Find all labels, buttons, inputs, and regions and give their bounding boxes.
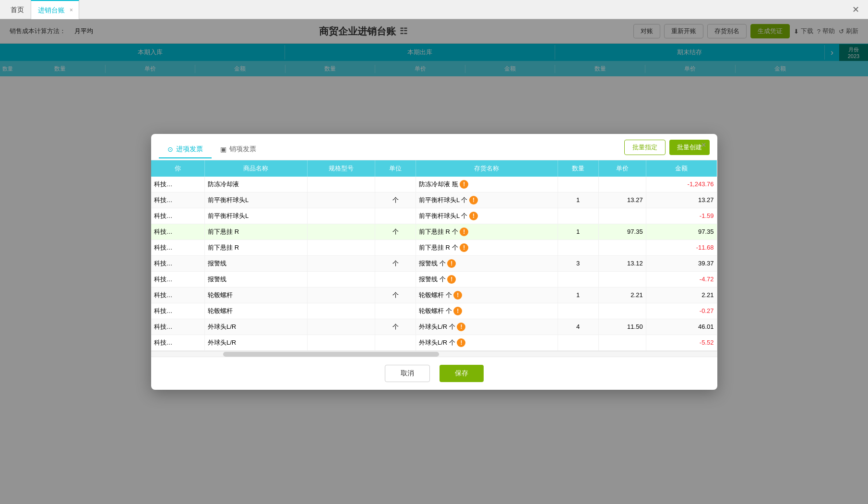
cell-product: 外球头L/R (205, 319, 308, 335)
save-button[interactable]: 保存 (440, 365, 484, 382)
cell-inventory: 轮毂螺杆 个 ! (416, 303, 558, 319)
cell-spec (307, 335, 375, 350)
table-row: 科技… 轮毂螺杆 个 轮毂螺杆 个 ! 1 2.21 2.21 (151, 287, 717, 303)
cell-qty: 1 (558, 192, 598, 208)
warning-icon[interactable]: ! (460, 180, 468, 189)
cell-company: 科技… (151, 303, 205, 319)
cell-qty: 4 (558, 319, 598, 335)
cell-product: 报警线 (205, 271, 308, 287)
tab-sales-invoice[interactable]: ▣ 销项发票 (212, 141, 265, 158)
cell-qty: 1 (558, 224, 598, 240)
cell-inventory: 前平衡杆球头L 个 ! (416, 208, 558, 224)
cell-unit-price (598, 335, 646, 350)
modal-table-wrapper[interactable]: 你 商品名称 规格型号 单位 存货名称 数量 单价 金额 科技… 防冻冷却液 (151, 160, 717, 351)
cell-spec (307, 319, 375, 335)
cell-unit-price: 13.12 (598, 255, 646, 271)
warning-icon[interactable]: ! (447, 259, 456, 268)
warning-icon[interactable]: ! (457, 338, 465, 347)
cell-qty: 1 (558, 287, 598, 303)
cell-qty (558, 303, 598, 319)
cell-inventory: 前下悬挂 R 个 ! (416, 224, 558, 240)
warning-icon[interactable]: ! (469, 196, 478, 204)
warning-icon[interactable]: ! (453, 291, 462, 300)
cell-amount: 39.37 (646, 255, 717, 271)
cell-amount: -11.68 (646, 240, 717, 255)
tab-active[interactable]: 进销台账 × (31, 0, 79, 19)
cell-qty: 3 (558, 255, 598, 271)
cell-qty (558, 177, 598, 192)
cell-company: 科技… (151, 271, 205, 287)
modal-footer: 取消 保存 (151, 357, 717, 390)
cell-company: 科技… (151, 287, 205, 303)
cell-spec (307, 240, 375, 255)
warning-icon[interactable]: ! (469, 212, 478, 220)
cell-unit: 个 (375, 255, 416, 271)
cell-unit (375, 335, 416, 350)
cell-spec (307, 255, 375, 271)
cell-amount: -0.27 (646, 303, 717, 319)
cell-unit-price: 97.35 (598, 224, 646, 240)
cell-product: 轮毂螺杆 (205, 303, 308, 319)
table-row: 科技… 轮毂螺杆 轮毂螺杆 个 ! -0.27 (151, 303, 717, 319)
warning-icon[interactable]: ! (453, 307, 462, 315)
tab-close-icon[interactable]: × (70, 0, 73, 20)
warning-icon[interactable]: ! (460, 243, 468, 252)
cancel-button[interactable]: 取消 (385, 365, 430, 382)
cell-qty (558, 271, 598, 287)
table-scrollbar[interactable] (151, 351, 717, 357)
table-header-row: 你 商品名称 规格型号 单位 存货名称 数量 单价 金额 (151, 160, 717, 177)
cell-inventory: 报警线 个 ! (416, 271, 558, 287)
table-row: 科技… 报警线 报警线 个 ! -4.72 (151, 271, 717, 287)
table-row: 科技… 前平衡杆球头L 前平衡杆球头L 个 ! -1.59 (151, 208, 717, 224)
warning-icon[interactable]: ! (457, 323, 465, 331)
modal-header: ⊙ 进项发票 ▣ 销项发票 批量指定 批量创建 × (151, 134, 717, 160)
cell-unit: 个 (375, 224, 416, 240)
cell-qty (558, 240, 598, 255)
purchase-tab-icon: ⊙ (167, 145, 173, 153)
cell-unit-price: 13.27 (598, 192, 646, 208)
scrollbar-thumb[interactable] (223, 352, 439, 357)
cell-inventory: 前平衡杆球头L 个 ! (416, 192, 558, 208)
tab-home[interactable]: 首页 (4, 0, 31, 19)
invoice-table: 你 商品名称 规格型号 单位 存货名称 数量 单价 金额 科技… 防冻冷却液 (151, 160, 717, 351)
modal-close-button[interactable]: × (697, 139, 711, 152)
main-area: 销售成本计算方法： 月平均 商贸企业进销台账 ☷ 对账 重新开账 存货别名 生成… (0, 19, 868, 504)
cell-unit: 个 (375, 319, 416, 335)
cell-company: 科技… (151, 240, 205, 255)
cell-product: 前平衡杆球头L (205, 192, 308, 208)
warning-icon[interactable]: ! (447, 275, 456, 284)
batch-assign-button[interactable]: 批量指定 (624, 140, 666, 155)
cell-unit-price: 11.50 (598, 319, 646, 335)
sales-tab-icon: ▣ (220, 145, 226, 153)
cell-spec (307, 208, 375, 224)
cell-unit-price (598, 177, 646, 192)
cell-amount: -5.52 (646, 335, 717, 350)
cell-spec (307, 271, 375, 287)
col-inventory-name: 存货名称 (416, 160, 558, 177)
cell-product: 轮毂螺杆 (205, 287, 308, 303)
table-row: 科技… 前平衡杆球头L 个 前平衡杆球头L 个 ! 1 13.27 13.27 (151, 192, 717, 208)
tab-active-label: 进销台账 (38, 0, 65, 20)
table-row: 科技… 前下悬挂 R 个 前下悬挂 R 个 ! 1 97.35 97.35 (151, 224, 717, 240)
table-row: 科技… 外球头L/R 个 外球头L/R 个 ! 4 11.50 46.01 (151, 319, 717, 335)
window-close-button[interactable]: ✕ (849, 3, 862, 16)
cell-company: 科技… (151, 255, 205, 271)
cell-amount: 2.21 (646, 287, 717, 303)
table-row: 科技… 外球头L/R 外球头L/R 个 ! -5.52 (151, 335, 717, 350)
cell-spec (307, 192, 375, 208)
cell-qty (558, 335, 598, 350)
cell-amount: 13.27 (646, 192, 717, 208)
cell-inventory: 外球头L/R 个 ! (416, 319, 558, 335)
cell-unit (375, 240, 416, 255)
cell-unit (375, 303, 416, 319)
table-row: 科技… 报警线 个 报警线 个 ! 3 13.12 39.37 (151, 255, 717, 271)
cell-amount: -1,243.76 (646, 177, 717, 192)
warning-icon[interactable]: ! (460, 228, 468, 236)
cell-unit: 个 (375, 287, 416, 303)
col-unit: 单位 (375, 160, 416, 177)
cell-company: 科技… (151, 208, 205, 224)
tab-purchase-invoice[interactable]: ⊙ 进项发票 (159, 141, 212, 158)
cell-inventory: 前下悬挂 R 个 ! (416, 240, 558, 255)
cell-unit-price (598, 271, 646, 287)
cell-unit-price: 2.21 (598, 287, 646, 303)
